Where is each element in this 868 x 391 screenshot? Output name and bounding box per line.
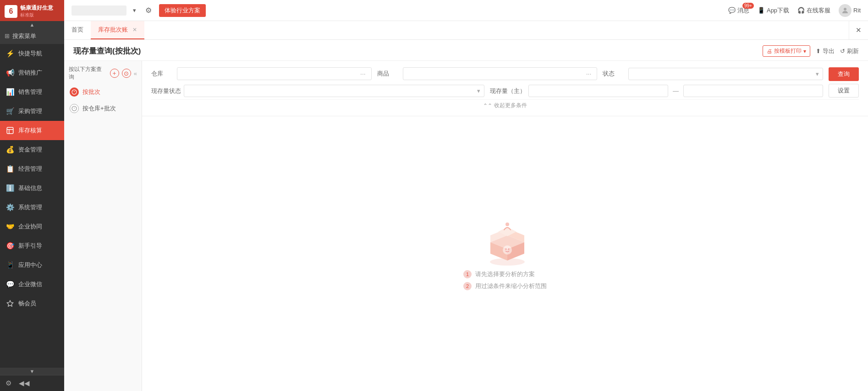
empty-state: 1 请先选择要分析的方案 2 用过滤条件来缩小分析范围	[463, 217, 547, 290]
filter-collapse-btn[interactable]: ⌃⌃ 收起更多条件	[483, 102, 527, 109]
svg-rect-0	[7, 127, 13, 134]
basic-info-icon: ℹ️	[5, 184, 15, 193]
operations-icon: 📋	[5, 164, 15, 174]
export-btn[interactable]: ⬆ 导出	[816, 47, 835, 55]
tab-inventory-batch[interactable]: 库存批次账 ✕	[91, 21, 144, 39]
scheme-by-warehouse-batch-label: 按仓库+批次	[82, 104, 116, 113]
scheme-by-warehouse-batch-icon	[70, 104, 79, 113]
online-service-label: 在线客服	[807, 6, 830, 15]
message-badge: 99+	[742, 3, 754, 9]
status-label: 状态	[603, 70, 626, 78]
empty-text: 1 请先选择要分析的方案 2 用过滤条件来缩小分析范围	[463, 270, 547, 290]
warehouse-more-btn[interactable]: ···	[358, 70, 368, 77]
empty-text-item-2: 2 用过滤条件来缩小分析范围	[463, 282, 547, 290]
sidebar-nav: ⚡ 快捷导航 📢 营销推广 📊 销售管理 🛒 采购管理 库存核算 💰 资金管理	[0, 44, 64, 368]
sidebar-item-marketing[interactable]: 📢 营销推广	[0, 63, 64, 82]
product-label: 商品	[377, 70, 400, 78]
topbar-search-blurred	[71, 5, 126, 16]
topbar-dropdown-btn[interactable]: ▾	[131, 6, 138, 15]
export-icon: ⬆	[816, 48, 821, 54]
scheme-by-batch-label: 按批次	[82, 88, 100, 96]
status-dropdown[interactable]: ▾	[628, 68, 823, 80]
enterprise-icon: 🤝	[5, 222, 15, 231]
sys-mgmt-icon: ⚙️	[5, 203, 15, 212]
product-input[interactable]: ···	[403, 67, 598, 80]
refresh-btn[interactable]: ↺ 刷新	[840, 47, 859, 55]
collapse-up-icon: ⌃⌃	[483, 103, 492, 109]
scheme-by-batch-icon	[70, 87, 79, 97]
sidebar-item-basic-info[interactable]: ℹ️ 基础信息	[0, 179, 64, 198]
tab-close-inventory-batch[interactable]: ✕	[132, 27, 137, 33]
marketing-icon: 📢	[5, 68, 15, 77]
sidebar-scroll-up[interactable]: ▲	[0, 21, 64, 28]
scheme-settings-btn[interactable]: ⊙	[122, 69, 131, 78]
sidebar-item-label: 销售管理	[18, 88, 42, 96]
sidebar-search[interactable]: ⊞ 搜索菜单	[0, 28, 64, 44]
sidebar-item-label: 应用中心	[18, 261, 42, 269]
avatar	[839, 4, 852, 17]
purchase-icon: 🛒	[5, 107, 15, 116]
print-icon: 🖨	[767, 48, 772, 54]
print-btn[interactable]: 🖨 按模板打印 ▾	[763, 45, 810, 57]
scheme-add-btn[interactable]: ＋	[110, 69, 119, 78]
inventory-status-dropdown-icon: ▾	[477, 87, 480, 94]
sidebar-item-label: 资金管理	[18, 146, 42, 154]
tabbar: 首页 库存批次账 ✕ ✕	[64, 21, 868, 40]
sidebar-item-newbie[interactable]: 🎯 新手引导	[0, 236, 64, 255]
product-more-btn[interactable]: ···	[584, 70, 593, 77]
sidebar-item-sys-mgmt[interactable]: ⚙️ 系统管理	[0, 198, 64, 217]
sidebar-item-wechat[interactable]: 💬 企业微信	[0, 275, 64, 294]
filter-item-inventory-qty: 现存量（主） —	[490, 85, 823, 97]
empty-hint-1-num: 1	[463, 270, 472, 278]
online-service-btn[interactable]: 🎧 在线客服	[797, 6, 830, 15]
tab-panel-close-btn[interactable]: ✕	[849, 21, 868, 39]
sidebar-item-enterprise[interactable]: 🤝 企业协同	[0, 217, 64, 236]
user-menu-btn[interactable]: Rit	[839, 4, 861, 17]
settings-btn2[interactable]: 设置	[829, 84, 859, 98]
scheme-item-by-warehouse-batch[interactable]: 按仓库+批次	[64, 100, 142, 117]
query-btn[interactable]: 查询	[829, 67, 859, 81]
quick-nav-icon: ⚡	[5, 49, 15, 58]
sidebar-item-quick-nav[interactable]: ⚡ 快捷导航	[0, 44, 64, 63]
sidebar-item-purchase[interactable]: 🛒 采购管理	[0, 102, 64, 121]
wechat-icon: 💬	[5, 280, 15, 289]
app-download-icon: 📱	[758, 7, 765, 14]
inventory-qty-to[interactable]	[683, 85, 823, 97]
sidebar-item-label: 营销推广	[18, 69, 42, 77]
svg-point-15	[505, 223, 509, 226]
scheme-item-by-batch[interactable]: 按批次	[64, 84, 142, 100]
refresh-icon: ↺	[840, 48, 845, 54]
app-download-btn[interactable]: 📱 App下载	[758, 6, 789, 15]
inventory-qty-label: 现存量（主）	[490, 87, 526, 95]
inventory-status-dropdown[interactable]: ▾	[184, 85, 484, 97]
sidebar-company: 畅康通好生意	[20, 5, 53, 12]
sidebar-item-app-center[interactable]: 📱 应用中心	[0, 255, 64, 275]
collapse-icon[interactable]: ◀◀	[19, 379, 30, 387]
inventory-qty-from[interactable]	[528, 85, 668, 97]
scheme-collapse-btn[interactable]: «	[134, 70, 137, 77]
sidebar-item-inventory[interactable]: 库存核算	[0, 121, 64, 140]
topbar-settings-btn[interactable]: ⚙	[143, 5, 154, 16]
filter-actions-side: 查询 设置	[823, 67, 859, 98]
page-title: 现存量查询(按批次)	[73, 46, 141, 56]
topbar: ▾ ⚙ 体验行业方案 💬 消息 99+ 📱 App下载 🎧 在线客服 Ri	[64, 0, 868, 21]
inventory-icon	[5, 126, 15, 135]
page-content: 现存量查询(按批次) 🖨 按模板打印 ▾ ⬆ 导出 ↺ 刷新	[64, 40, 868, 391]
filter-collapse-row: ⌃⌃ 收起更多条件	[151, 99, 859, 111]
filter-item-product: 商品 ···	[377, 67, 598, 80]
sidebar-scroll-down[interactable]: ▼	[0, 368, 64, 375]
tab-home[interactable]: 首页	[64, 21, 91, 39]
sidebar-item-member[interactable]: 畅会员	[0, 294, 64, 313]
sidebar-item-operations[interactable]: 📋 经营管理	[0, 159, 64, 179]
message-btn[interactable]: 💬 消息 99+	[728, 6, 749, 15]
trial-btn[interactable]: 体验行业方案	[159, 4, 206, 17]
sidebar-item-sales[interactable]: 📊 销售管理	[0, 82, 64, 102]
warehouse-input[interactable]: ···	[177, 67, 372, 80]
main-area: ▾ ⚙ 体验行业方案 💬 消息 99+ 📱 App下载 🎧 在线客服 Ri	[64, 0, 868, 391]
sidebar-version: 标准版	[20, 12, 53, 18]
settings-icon[interactable]: ⚙	[5, 379, 11, 387]
sidebar-item-finance[interactable]: 💰 资金管理	[0, 140, 64, 159]
refresh-label: 刷新	[847, 47, 859, 55]
sidebar-bottom: ⚙ ◀◀	[0, 375, 64, 391]
filter-item-warehouse: 仓库 ···	[151, 67, 372, 80]
